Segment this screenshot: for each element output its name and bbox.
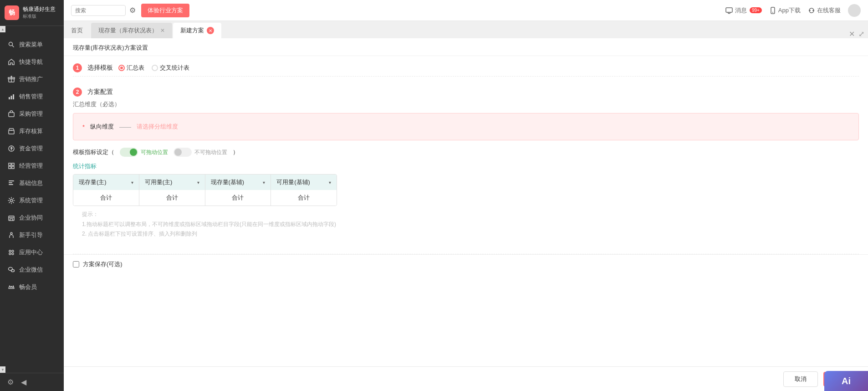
info-icon bbox=[7, 179, 15, 187]
stats-col-1[interactable]: 现存量(主) ▾ bbox=[73, 175, 139, 190]
sidebar-item-marketing[interactable]: 营销推广 bbox=[0, 71, 64, 88]
message-icon bbox=[725, 6, 733, 15]
step1-divider bbox=[73, 76, 859, 77]
sidebar-item-basic[interactable]: 基础信息 bbox=[0, 175, 64, 192]
draggable-toggle-box bbox=[120, 148, 138, 157]
sidebar-scroll-down[interactable]: ▼ bbox=[0, 366, 5, 373]
draggable-toggle[interactable]: 可拖动位置 bbox=[120, 148, 168, 157]
svg-rect-15 bbox=[9, 184, 13, 185]
sidebar-item-company[interactable]: 企业协同 bbox=[0, 209, 64, 226]
stats-title: 统计指标 bbox=[73, 162, 859, 170]
sidebar-item-label: 新手引导 bbox=[19, 231, 43, 239]
sidebar-item-inventory[interactable]: 库存核算 bbox=[0, 123, 64, 140]
sidebar-scroll-up[interactable]: ▲ bbox=[0, 26, 5, 32]
topbar-right: 消息 99+ App下载 在线客服 bbox=[725, 4, 861, 17]
search-input[interactable] bbox=[71, 5, 126, 16]
radio-crosstab-label: 交叉统计表 bbox=[160, 64, 189, 72]
tab-home[interactable]: 首页 bbox=[64, 23, 90, 38]
chevron-down-icon-3[interactable]: ▾ bbox=[263, 180, 265, 185]
chevron-down-icon-2[interactable]: ▾ bbox=[197, 180, 199, 185]
stats-col-2-body: 合计 bbox=[139, 190, 205, 206]
radio-summary[interactable]: 汇总表 bbox=[118, 64, 144, 72]
sidebar-nav: 搜索菜单 快捷导航 营销推广 销售管理 采购管理 bbox=[0, 32, 64, 366]
sidebar-item-label: 应用中心 bbox=[19, 248, 43, 257]
stats-col-4-label: 可用量(基辅) bbox=[276, 178, 310, 186]
stats-col-3[interactable]: 现存量(基辅) ▾ bbox=[205, 175, 271, 190]
sidebar-item-finance[interactable]: 资金管理 bbox=[0, 140, 64, 157]
non-draggable-toggle-box bbox=[174, 148, 192, 157]
save-checkbox[interactable] bbox=[73, 261, 79, 268]
stats-col-2[interactable]: 可用量(主) ▾ bbox=[139, 175, 205, 190]
tip-2: 2. 点击标题栏下拉可设置排序、插入列和删除列 bbox=[82, 229, 850, 239]
radio-crosstab[interactable]: 交叉统计表 bbox=[152, 64, 189, 72]
sidebar: 畅 畅康通好生意 标准版 ▲ 搜索菜单 快捷导航 营销推广 bbox=[0, 0, 64, 391]
sidebar-item-appstore[interactable]: 应用中心 bbox=[0, 244, 64, 261]
messages-btn[interactable]: 消息 99+ bbox=[725, 6, 762, 15]
tab-expand-icon[interactable]: ⤢ bbox=[858, 30, 864, 38]
sidebar-item-quicknav[interactable]: 快捷导航 bbox=[0, 53, 64, 71]
tab-inventory-status[interactable]: 现存量（库存状况表） ✕ bbox=[91, 23, 172, 38]
svg-point-16 bbox=[10, 200, 13, 202]
gift-icon bbox=[7, 75, 15, 83]
sidebar-item-system[interactable]: 系统管理 bbox=[0, 192, 64, 209]
stats-col-4[interactable]: 可用量(基辅) ▾ bbox=[271, 175, 337, 190]
chevron-down-icon-4[interactable]: ▾ bbox=[329, 180, 331, 185]
stats-table-header: 现存量(主) ▾ 可用量(主) ▾ 现存量(基辅) ▾ 可用量(基辅) ▾ bbox=[73, 175, 337, 190]
topbar-search-area: ⚙ bbox=[71, 5, 136, 16]
dim-title: 汇总维度（必选） bbox=[73, 100, 859, 108]
svg-point-19 bbox=[9, 250, 11, 252]
settings-icon[interactable]: ⚙ bbox=[7, 378, 14, 386]
sidebar-item-label: 搜索菜单 bbox=[19, 41, 43, 49]
user-avatar[interactable] bbox=[848, 4, 861, 17]
sidebar-item-operation[interactable]: 经营管理 bbox=[0, 157, 64, 175]
cancel-button[interactable]: 取消 bbox=[783, 371, 818, 387]
tab-close-all-icon[interactable]: ✕ bbox=[849, 30, 855, 38]
svg-point-20 bbox=[12, 250, 14, 252]
sidebar-item-label: 营销推广 bbox=[19, 75, 43, 83]
stats-table: 现存量(主) ▾ 可用量(主) ▾ 现存量(基辅) ▾ 可用量(基辅) ▾ bbox=[73, 174, 337, 206]
wechat-icon bbox=[7, 266, 15, 274]
tab-inventory-close[interactable]: ✕ bbox=[160, 27, 165, 34]
online-service-btn[interactable]: 在线客服 bbox=[808, 6, 841, 15]
template-radio-group: 汇总表 交叉统计表 bbox=[118, 64, 189, 72]
sidebar-item-label: 企业协同 bbox=[19, 214, 43, 222]
sidebar-item-member[interactable]: 畅会员 bbox=[0, 278, 64, 296]
svg-point-18 bbox=[10, 232, 12, 234]
tab-new-scheme-close[interactable]: ✕ bbox=[207, 27, 214, 34]
chevron-down-icon-1[interactable]: ▾ bbox=[131, 180, 133, 185]
indicator-setting-close: ） bbox=[233, 148, 239, 156]
sidebar-item-wechat[interactable]: 企业微信 bbox=[0, 261, 64, 278]
ai-float-button[interactable]: Ai bbox=[824, 371, 868, 391]
money-icon bbox=[7, 144, 15, 153]
dim-required-area: * 纵向维度 —— 请选择分组维度 bbox=[73, 113, 859, 140]
sidebar-item-purchase[interactable]: 采购管理 bbox=[0, 105, 64, 123]
tab-home-label: 首页 bbox=[71, 26, 83, 35]
svg-rect-10 bbox=[12, 163, 14, 165]
help-icon[interactable]: ◀ bbox=[21, 378, 26, 386]
sidebar-item-label: 库存核算 bbox=[19, 127, 43, 135]
content-area: 现存量(库存状况表)方案设置 1 选择模板 汇总表 交叉统计表 bbox=[64, 38, 868, 366]
stats-col-2-label: 可用量(主) bbox=[145, 178, 173, 186]
trial-button[interactable]: 体验行业方案 bbox=[141, 4, 189, 17]
sidebar-item-search[interactable]: 搜索菜单 bbox=[0, 36, 64, 53]
tabs-end-buttons: ✕ ⤢ bbox=[849, 30, 868, 38]
svg-rect-7 bbox=[9, 130, 14, 134]
ai-label: Ai bbox=[842, 376, 851, 386]
dim-dash: —— bbox=[119, 123, 131, 130]
indicator-setting-label: 模板指标设定（ bbox=[73, 148, 114, 156]
dim-key-label: 纵向维度 bbox=[90, 123, 114, 131]
svg-rect-5 bbox=[13, 94, 14, 99]
gear-icon[interactable]: ⚙ bbox=[129, 6, 136, 15]
sidebar-item-newbie[interactable]: 新手引导 bbox=[0, 226, 64, 244]
non-draggable-toggle[interactable]: 不可拖动位置 bbox=[174, 148, 227, 157]
sidebar-item-label: 畅会员 bbox=[19, 283, 37, 291]
tips-section: 提示： 1.拖动标题栏可以调整布局，不可跨维度或指标区域拖动栏目字段(只能在同一… bbox=[73, 206, 859, 247]
stats-col-1-body: 合计 bbox=[73, 190, 139, 206]
app-download-btn[interactable]: App下载 bbox=[769, 6, 801, 15]
headphone-icon bbox=[808, 7, 815, 14]
tab-inventory-label: 现存量（库存状况表） bbox=[98, 26, 158, 35]
sidebar-item-sales[interactable]: 销售管理 bbox=[0, 88, 64, 105]
dim-placeholder: 请选择分组维度 bbox=[137, 123, 178, 131]
indicator-setting-row: 模板指标设定（ 可拖动位置 不可拖动位置 ） bbox=[73, 148, 859, 157]
tab-new-scheme[interactable]: 新建方案 ✕ bbox=[173, 23, 221, 38]
